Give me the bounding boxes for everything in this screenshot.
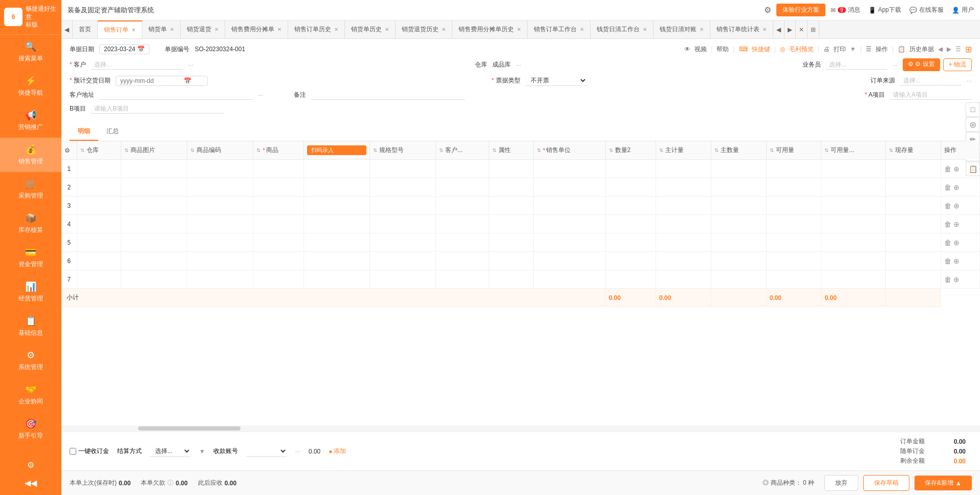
cell-7-7[interactable]: [435, 270, 489, 289]
tab-nav-btn-2[interactable]: ✕: [796, 20, 808, 38]
tab-close-icon[interactable]: ✕: [385, 27, 389, 32]
cell-3-13[interactable]: [766, 197, 821, 215]
cell-4-15[interactable]: [886, 215, 941, 233]
cell-5-12[interactable]: [711, 233, 766, 252]
cell-6-7[interactable]: [435, 252, 489, 270]
cell-7-12[interactable]: [711, 270, 766, 289]
profit-label[interactable]: 毛利预览: [789, 45, 814, 54]
cell-3-8[interactable]: [489, 197, 534, 215]
cell-6-8[interactable]: [489, 252, 534, 270]
view-label[interactable]: 视频: [694, 45, 707, 54]
cell-3-3[interactable]: [187, 197, 253, 215]
address-input[interactable]: [99, 90, 253, 100]
tab-销货单历史[interactable]: 销货单历史✕: [345, 20, 396, 38]
cell-3-1[interactable]: [77, 197, 121, 215]
tab-close-icon[interactable]: ✕: [214, 27, 219, 32]
cell-4-14[interactable]: [821, 215, 886, 233]
tab-close-icon[interactable]: ✕: [442, 27, 446, 32]
tab-close-icon[interactable]: ✕: [580, 27, 584, 32]
cell-2-14[interactable]: [821, 178, 886, 197]
tab-销售订单历史[interactable]: 销售订单历史✕: [288, 20, 345, 38]
tab-销货退货[interactable]: 销货退货✕: [181, 20, 225, 38]
cell-5-10[interactable]: [605, 233, 656, 252]
delivery-date-field[interactable]: [120, 77, 182, 84]
delete-icon-4[interactable]: 🗑: [944, 220, 951, 228]
sort-icon[interactable]: ⇅: [256, 147, 260, 153]
th-商品图片[interactable]: ⇅商品图片: [121, 141, 187, 160]
copy-icon-3[interactable]: ⊕: [953, 202, 960, 210]
tab-销售费用分摊单[interactable]: 销售费用分摊单✕: [225, 20, 288, 38]
settings-icon[interactable]: ⚙: [764, 5, 771, 15]
tab-钱货日清对账[interactable]: 钱货日清对账✕: [654, 20, 710, 38]
cell-3-14[interactable]: [821, 197, 886, 215]
discard-btn[interactable]: 放弃: [824, 475, 858, 491]
cell-6-14[interactable]: [821, 252, 886, 270]
cell-7-1[interactable]: [77, 270, 121, 289]
cell-4-6[interactable]: [369, 215, 435, 233]
float-icon-0[interactable]: □: [966, 102, 980, 117]
cell-2-5[interactable]: [303, 178, 369, 197]
tab-nav-btn-1[interactable]: ▶: [785, 20, 796, 38]
messages-btn[interactable]: ✉ 9 消息: [831, 6, 860, 14]
sidebar-item-企业协同[interactable]: 🤝企业协同: [0, 378, 61, 412]
sort-icon[interactable]: ⇅: [439, 147, 443, 153]
tab-销货单[interactable]: 销货单✕: [142, 20, 181, 38]
delete-icon-2[interactable]: 🗑: [944, 183, 951, 191]
th-属性[interactable]: ⇅属性: [489, 141, 534, 160]
sidebar-item-搜索菜单[interactable]: 🔍搜索菜单: [0, 35, 61, 69]
cell-2-15[interactable]: [886, 178, 941, 197]
cell-1-2[interactable]: [121, 160, 187, 178]
cell-6-15[interactable]: [886, 252, 941, 270]
cell-4-11[interactable]: [656, 215, 711, 233]
app-download-btn[interactable]: 📱 App下载: [868, 6, 901, 14]
float-icon-4[interactable]: 📋: [966, 162, 980, 176]
expand-icon[interactable]: ⊞: [965, 45, 972, 54]
tab-销售订单工作台[interactable]: 销售订单工作台✕: [528, 20, 591, 38]
tab-nav-btn-3[interactable]: ⊞: [808, 20, 819, 38]
cell-5-11[interactable]: [656, 233, 711, 252]
account-select[interactable]: [246, 446, 287, 457]
cell-6-6[interactable]: [369, 252, 435, 270]
sort-icon[interactable]: ⇅: [824, 147, 829, 153]
sort-icon[interactable]: ⇅: [714, 147, 718, 153]
copy-icon-7[interactable]: ⊕: [953, 275, 960, 284]
scan-btn[interactable]: 扫码录入: [307, 145, 366, 155]
cell-7-4[interactable]: [253, 270, 303, 289]
cell-1-10[interactable]: [605, 160, 656, 178]
save-draft-btn[interactable]: 保存草稿: [863, 475, 909, 491]
cell-6-11[interactable]: [656, 252, 711, 270]
copy-icon-5[interactable]: ⊕: [953, 239, 960, 247]
cell-2-7[interactable]: [435, 178, 489, 197]
payment-select[interactable]: 选择...: [150, 446, 191, 457]
cell-5-13[interactable]: [766, 233, 821, 252]
date-input[interactable]: 2023-03-24 📅: [99, 44, 149, 54]
quick-checkout-checkbox[interactable]: 一键收订金: [70, 447, 109, 456]
nav-arrow-right[interactable]: ▶: [947, 46, 951, 53]
cell-5-5[interactable]: [303, 233, 369, 252]
cell-2-12[interactable]: [711, 178, 766, 197]
a-project-input[interactable]: [890, 90, 972, 100]
print-arrow[interactable]: ▼: [850, 46, 856, 53]
th-客户...[interactable]: ⇅客户...: [435, 141, 489, 160]
th-可用量...[interactable]: ⇅可用量...: [821, 141, 886, 160]
cell-3-7[interactable]: [435, 197, 489, 215]
sort-icon[interactable]: ⇅: [124, 147, 128, 153]
cell-2-6[interactable]: [369, 178, 435, 197]
sort-icon[interactable]: ⇅: [492, 147, 496, 153]
float-icon-1[interactable]: ◎: [966, 117, 980, 132]
cell-7-15[interactable]: [886, 270, 941, 289]
cell-6-3[interactable]: [187, 252, 253, 270]
cell-7-10[interactable]: [605, 270, 656, 289]
sidebar-item-资金管理[interactable]: 💳资金管理: [0, 241, 61, 275]
sort-icon[interactable]: ⇅: [889, 147, 893, 153]
sidebar-item-营销推广[interactable]: 📢营销推广: [0, 103, 61, 138]
settings-btn[interactable]: ⚙ ⚙ 设置: [903, 58, 940, 71]
cell-3-4[interactable]: [253, 197, 303, 215]
cell-5-9[interactable]: [533, 233, 605, 252]
th-主数量[interactable]: ⇅主数量: [711, 141, 766, 160]
cell-6-4[interactable]: [253, 252, 303, 270]
grid-icon[interactable]: ☰: [955, 46, 961, 53]
help-label[interactable]: 帮助: [716, 45, 729, 54]
cell-5-3[interactable]: [187, 233, 253, 252]
cell-2-11[interactable]: [656, 178, 711, 197]
